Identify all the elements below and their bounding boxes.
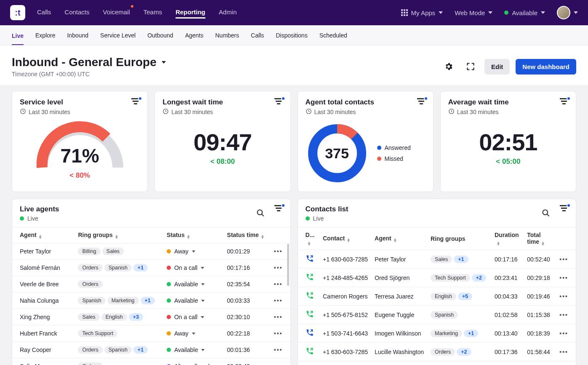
- edit-button[interactable]: Edit: [484, 59, 510, 75]
- status-cell[interactable]: After call work: [163, 358, 223, 365]
- settings-button[interactable]: [441, 59, 457, 75]
- card-filter-button[interactable]: [131, 98, 140, 107]
- nav-calls[interactable]: Calls: [37, 7, 51, 19]
- chevron-down-icon: [201, 283, 205, 285]
- nav-admin[interactable]: Admin: [219, 7, 237, 19]
- table-filter-button[interactable]: [274, 205, 283, 221]
- status-cell[interactable]: Available: [163, 342, 223, 358]
- tab-explore[interactable]: Explore: [35, 31, 55, 40]
- top-navbar: :t CallsContactsVoicemailTeamsReportingA…: [0, 0, 588, 25]
- status-cell[interactable]: Away: [163, 243, 223, 260]
- status-cell[interactable]: Available: [163, 276, 223, 293]
- table-row[interactable]: +1 630-603-7285 Lucille Washington Order…: [298, 343, 576, 361]
- avatar: [557, 6, 570, 19]
- tab-dispositions[interactable]: Dispositions: [276, 31, 307, 40]
- tab-calls[interactable]: Calls: [251, 31, 264, 40]
- table-row[interactable]: Xing Zheng SalesEnglish+3 On a call 02:3…: [12, 309, 290, 325]
- status-cell[interactable]: Away: [163, 325, 223, 342]
- call-outbound-icon: [306, 331, 314, 338]
- tab-service-level[interactable]: Service Level: [100, 31, 136, 40]
- card-filter-button[interactable]: [274, 98, 283, 107]
- row-actions-button[interactable]: •••: [559, 256, 568, 263]
- presence-status-menu[interactable]: Available: [504, 9, 545, 16]
- search-button[interactable]: [253, 205, 269, 221]
- title-dropdown-icon[interactable]: [162, 61, 166, 64]
- status-cell[interactable]: On a call: [163, 309, 223, 325]
- column-header[interactable]: Ring groups: [427, 227, 491, 250]
- column-header[interactable]: Status▲▼: [163, 227, 223, 243]
- card-filter-button[interactable]: [417, 98, 426, 107]
- my-apps-menu[interactable]: My Apps: [401, 9, 443, 16]
- table-row[interactable]: Hubert Franck Tech Support Away 00:22:18…: [12, 325, 290, 342]
- search-icon: [542, 209, 550, 217]
- row-actions-button[interactable]: •••: [274, 314, 283, 320]
- row-actions-button[interactable]: •••: [274, 363, 283, 365]
- table-row[interactable]: Salomé Fernán OrdersSpanish+1 On a call …: [12, 260, 290, 276]
- row-actions-button[interactable]: •••: [559, 312, 568, 318]
- row-actions-button[interactable]: •••: [274, 297, 283, 304]
- table-row[interactable]: Ray Cooper OrdersSpanish+1 Available 00:…: [12, 342, 290, 358]
- table-row[interactable]: +1 503-741-6643 Imogen Wilkinson Marketi…: [298, 324, 576, 343]
- row-actions-button[interactable]: •••: [274, 346, 283, 353]
- card-title: Average wait time: [448, 98, 509, 107]
- row-actions-button[interactable]: •••: [274, 281, 283, 288]
- nav-contacts[interactable]: Contacts: [64, 7, 89, 19]
- table-row[interactable]: +1 248-485-4265 Ored Sjögren Tech Suppor…: [298, 269, 576, 287]
- table-row[interactable]: Cameron Rogers Terresa Juarez English+5 …: [298, 287, 576, 306]
- total-time: 00:52:40: [524, 250, 556, 269]
- column-header[interactable]: Status time▲▼: [223, 227, 270, 243]
- row-actions-button[interactable]: •••: [559, 330, 568, 337]
- row-actions-button[interactable]: •••: [274, 264, 283, 271]
- tab-agents[interactable]: Agents: [185, 31, 204, 40]
- column-header[interactable]: D...▲▼: [298, 227, 319, 250]
- direction: [298, 324, 319, 343]
- nav-teams[interactable]: Teams: [144, 7, 162, 19]
- card-title: Live agents: [20, 205, 59, 213]
- status-time: 00:01:36: [223, 342, 270, 358]
- column-header[interactable]: Contact▲▼: [319, 227, 371, 250]
- avg-wait-value: 02:51: [448, 128, 568, 156]
- column-header[interactable]: Agent▲▼: [12, 227, 74, 243]
- fullscreen-button[interactable]: [463, 59, 479, 75]
- row-actions-button[interactable]: •••: [274, 248, 283, 255]
- table-row[interactable]: +1 630-603-7285 Peter Taylor Sales+1 00:…: [298, 250, 576, 269]
- row-actions-button[interactable]: •••: [559, 274, 568, 281]
- table-filter-button[interactable]: [560, 205, 568, 221]
- column-header[interactable]: Duration▲▼: [491, 227, 524, 250]
- table-row[interactable]: Peter Taylor BillingSales Away 00:01:29 …: [12, 243, 290, 260]
- column-header[interactable]: Total time▲▼: [524, 227, 556, 250]
- tab-live[interactable]: Live: [12, 32, 24, 45]
- nav-voicemail[interactable]: Voicemail: [103, 7, 130, 19]
- live-dot-icon: [20, 216, 24, 221]
- ring-groups: SpanishMarketing+1: [74, 293, 163, 309]
- tab-inbound[interactable]: Inbound: [67, 31, 88, 40]
- new-dashboard-button[interactable]: New dashboard: [516, 59, 576, 75]
- web-mode-menu[interactable]: Web Mode: [455, 9, 492, 16]
- agent: Terresa Juarez: [371, 287, 427, 306]
- column-header[interactable]: Ring groups▲▼: [74, 227, 163, 243]
- row-actions-button[interactable]: •••: [559, 349, 568, 355]
- direction: [298, 287, 319, 306]
- app-logo[interactable]: :t: [10, 5, 25, 20]
- agent: Imogen Wilkinson: [371, 324, 427, 343]
- table-row[interactable]: +1 505-675-8152 Eugene Tuggle Spanish 01…: [298, 306, 576, 324]
- column-header[interactable]: Agent▲▼: [371, 227, 427, 250]
- table-row[interactable]: Jordan Ntolo Fiona Edwards Marketing+4 0…: [298, 361, 576, 365]
- user-avatar-menu[interactable]: [557, 6, 578, 19]
- tab-numbers[interactable]: Numbers: [215, 31, 239, 40]
- search-button[interactable]: [538, 205, 554, 221]
- card-filter-button[interactable]: [560, 98, 568, 107]
- table-row[interactable]: Nahia Colunga SpanishMarketing+1 Availab…: [12, 293, 290, 309]
- row-actions-button[interactable]: •••: [559, 293, 568, 300]
- call-outbound-icon: [306, 257, 314, 264]
- status-cell[interactable]: On a call: [163, 260, 223, 276]
- timezone-subtitle: Timezone (GMT +00:00) UTC: [12, 71, 166, 77]
- status-cell[interactable]: Available: [163, 293, 223, 309]
- agent-name: Ray Cooper: [12, 342, 74, 358]
- nav-reporting[interactable]: Reporting: [176, 7, 205, 19]
- table-row[interactable]: Veerle de Bree Orders Available 02:35:54…: [12, 276, 290, 293]
- tab-outbound[interactable]: Outbound: [147, 31, 173, 40]
- table-row[interactable]: Sofia Manzano Orders After call work 00:…: [12, 358, 290, 365]
- tab-scheduled[interactable]: Scheduled: [319, 31, 347, 40]
- row-actions-button[interactable]: •••: [274, 330, 283, 337]
